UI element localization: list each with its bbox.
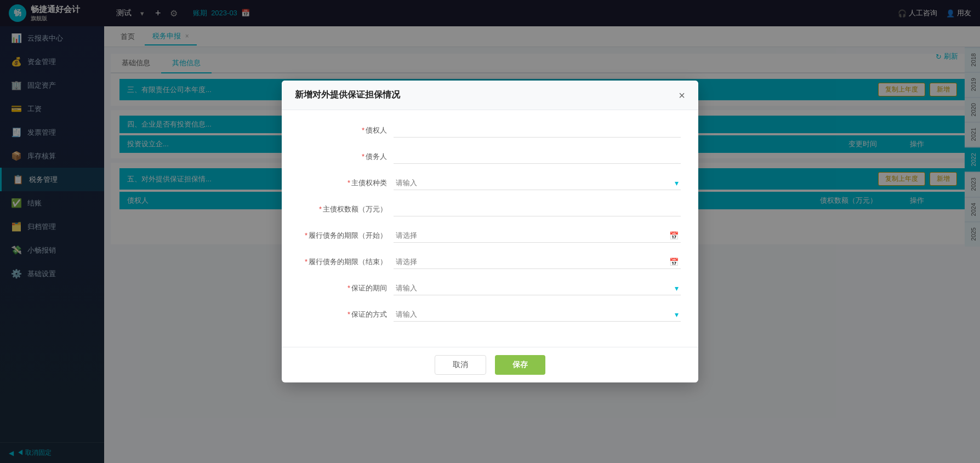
period-end-date[interactable]: 📅 xyxy=(394,255,681,269)
debtor-input[interactable] xyxy=(394,150,681,164)
save-button[interactable]: 保存 xyxy=(495,355,545,375)
modal-footer: 取消 保存 xyxy=(282,347,698,382)
form-row-period-start: *履行债务的期限（开始） 📅 xyxy=(299,228,681,243)
guarantee-method-dropdown-icon[interactable]: ▾ xyxy=(675,310,681,319)
claim-type-dropdown-icon[interactable]: ▾ xyxy=(675,179,681,187)
form-row-guarantee-period: *保证的期间 ▾ xyxy=(299,281,681,295)
period-end-input[interactable] xyxy=(394,255,669,268)
guarantee-period-required-mark: * xyxy=(347,284,350,292)
period-start-required-mark: * xyxy=(305,231,307,239)
claim-type-required-mark: * xyxy=(347,179,350,187)
period-start-date[interactable]: 📅 xyxy=(394,228,681,243)
claim-type-select[interactable]: ▾ xyxy=(394,176,681,190)
debtor-label: *债务人 xyxy=(299,152,387,162)
guarantee-method-label: *保证的方式 xyxy=(299,310,387,319)
period-end-required-mark: * xyxy=(305,258,307,266)
modal-title: 新增对外提供保证担保情况 xyxy=(295,89,400,101)
period-start-calendar-icon[interactable]: 📅 xyxy=(669,231,681,240)
creditor-input[interactable] xyxy=(394,123,681,138)
guarantee-method-select[interactable]: ▾ xyxy=(394,307,681,322)
claim-amount-input[interactable] xyxy=(394,202,681,216)
modal-body: *债权人 *债务人 *主债权种类 ▾ xyxy=(282,110,698,347)
guarantee-period-dropdown-icon[interactable]: ▾ xyxy=(675,284,681,293)
form-row-creditor: *债权人 xyxy=(299,123,681,138)
form-row-claim-type: *主债权种类 ▾ xyxy=(299,176,681,190)
form-row-claim-amount: *主债权数额（万元） xyxy=(299,202,681,216)
period-start-label: *履行债务的期限（开始） xyxy=(299,231,387,241)
guarantee-method-required-mark: * xyxy=(347,310,350,318)
claim-type-label: *主债权种类 xyxy=(299,178,387,188)
creditor-label: *债权人 xyxy=(299,125,387,135)
guarantee-period-label: *保证的期间 xyxy=(299,283,387,293)
modal-dialog: 新增对外提供保证担保情况 × *债权人 *债务人 * xyxy=(282,81,698,382)
modal-overlay[interactable]: 新增对外提供保证担保情况 × *债权人 *债务人 * xyxy=(0,0,980,463)
cancel-button[interactable]: 取消 xyxy=(435,355,486,375)
period-start-input[interactable] xyxy=(394,228,669,242)
period-end-calendar-icon[interactable]: 📅 xyxy=(669,258,681,266)
debtor-required-mark: * xyxy=(362,152,364,161)
claim-amount-label: *主债权数额（万元） xyxy=(299,204,387,214)
guarantee-period-select[interactable]: ▾ xyxy=(394,281,681,295)
period-end-label: *履行债务的期限（结束） xyxy=(299,257,387,267)
modal-close-button[interactable]: × xyxy=(679,90,685,101)
creditor-required-mark: * xyxy=(362,126,364,134)
modal-header: 新增对外提供保证担保情况 × xyxy=(282,81,698,110)
form-row-period-end: *履行债务的期限（结束） 📅 xyxy=(299,255,681,269)
guarantee-period-input[interactable] xyxy=(394,281,675,295)
guarantee-method-input[interactable] xyxy=(394,307,675,321)
form-row-guarantee-method: *保证的方式 ▾ xyxy=(299,307,681,322)
form-row-debtor: *债务人 xyxy=(299,150,681,164)
claim-type-input[interactable] xyxy=(394,176,675,190)
claim-amount-required-mark: * xyxy=(319,205,322,213)
